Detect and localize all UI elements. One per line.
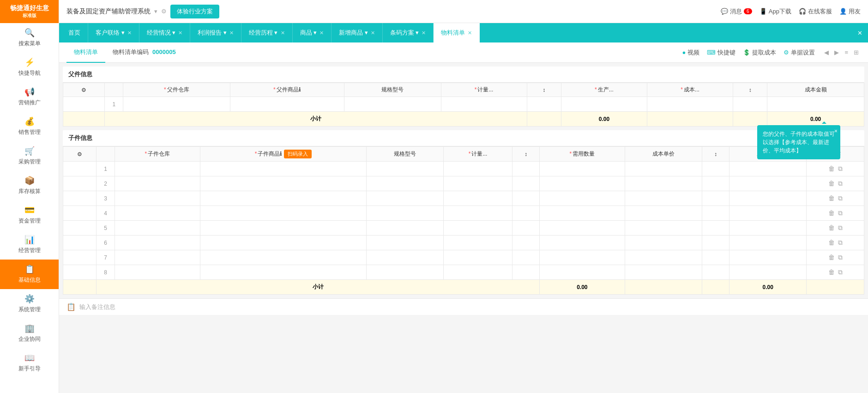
child-row-spec-3[interactable] (367, 191, 444, 206)
delete-icon-3[interactable]: 🗑 (828, 194, 835, 202)
child-row-spec-6[interactable] (367, 236, 444, 250)
delete-icon-1[interactable]: 🗑 (828, 165, 835, 172)
nav-tab-close-operations[interactable]: ✕ (178, 30, 182, 36)
child-col-settings[interactable]: ⚙ (63, 147, 96, 162)
view-action[interactable]: ● 视频 (682, 48, 700, 57)
sidebar-item-basic-info[interactable]: 📋基础信息 (0, 260, 59, 289)
child-row-warehouse-7[interactable] (115, 250, 200, 265)
sidebar-item-enterprise[interactable]: 🏢企业协同 (0, 319, 59, 348)
child-row-quantity-3[interactable] (540, 191, 625, 206)
nav-tab-new-goods[interactable]: 新增商品 ▾✕ (332, 23, 383, 42)
copy-icon-6[interactable]: ⧉ (838, 239, 843, 246)
child-row-goods-4[interactable] (200, 206, 366, 221)
scan-button[interactable]: 扫码录入 (284, 150, 312, 158)
delete-icon-6[interactable]: 🗑 (828, 239, 835, 246)
sidebar-item-guide[interactable]: 📖新手引导 (0, 348, 59, 378)
nav-tab-close-history[interactable]: ✕ (281, 30, 285, 36)
single-settings-action[interactable]: ⚙ 单据设置 (784, 48, 815, 57)
parent-col-settings[interactable]: ⚙ (63, 83, 105, 97)
tooltip-close-btn[interactable]: × (834, 127, 838, 135)
online-service-item[interactable]: 🎧 在线客服 (799, 7, 832, 16)
nav-tab-home[interactable]: 首页 (61, 23, 88, 42)
child-row-quantity-1[interactable] (540, 162, 625, 176)
parent-row-goods[interactable] (230, 97, 344, 112)
child-row-unit-3[interactable] (444, 191, 512, 206)
delete-icon-5[interactable]: 🗑 (828, 224, 835, 231)
nav-tab-close-barcode[interactable]: ✕ (422, 30, 426, 36)
sub-tab-bom-list[interactable]: 物料清单 (66, 42, 105, 63)
nav-tab-close-profit[interactable]: ✕ (229, 30, 234, 36)
child-row-goods-5[interactable] (200, 221, 366, 236)
child-row-warehouse-4[interactable] (115, 206, 200, 221)
list-view-icon[interactable]: ≡ (843, 48, 850, 57)
child-row-unit-cost-1[interactable] (625, 162, 702, 176)
sidebar-item-quick-nav[interactable]: ⚡快捷导航 (0, 53, 59, 82)
child-row-quantity-5[interactable] (540, 221, 625, 236)
nav-tab-customer[interactable]: 客户联络 ▾✕ (88, 23, 139, 42)
child-row-unit-8[interactable] (444, 265, 512, 280)
child-row-goods-1[interactable] (200, 162, 366, 176)
child-row-quantity-4[interactable] (540, 206, 625, 221)
shortcut-action[interactable]: ⌨ 快捷键 (707, 48, 735, 57)
nav-tab-close-bom[interactable]: ✕ (468, 30, 472, 36)
child-row-unit-cost-6[interactable] (625, 236, 702, 250)
child-row-spec-8[interactable] (367, 265, 444, 280)
dropdown-arrow-icon[interactable]: ▾ (154, 8, 157, 15)
child-row-warehouse-6[interactable] (115, 236, 200, 250)
copy-icon-8[interactable]: ⧉ (838, 268, 843, 276)
child-row-unit-5[interactable] (444, 221, 512, 236)
child-row-goods-2[interactable] (200, 176, 366, 191)
child-row-unit-6[interactable] (444, 236, 512, 250)
delete-icon-2[interactable]: 🗑 (828, 180, 835, 187)
copy-icon-1[interactable]: ⧉ (838, 165, 843, 172)
child-row-goods-3[interactable] (200, 191, 366, 206)
child-row-spec-2[interactable] (367, 176, 444, 191)
child-row-warehouse-2[interactable] (115, 176, 200, 191)
child-row-warehouse-1[interactable] (115, 162, 200, 176)
copy-icon-2[interactable]: ⧉ (838, 180, 843, 187)
nav-tab-goods[interactable]: 商品 ▾✕ (293, 23, 332, 42)
delete-icon-4[interactable]: 🗑 (828, 209, 835, 217)
sidebar-item-finance[interactable]: 💳资金管理 (0, 200, 59, 230)
child-row-quantity-7[interactable] (540, 250, 625, 265)
child-row-unit-7[interactable] (444, 250, 512, 265)
sidebar-item-sales[interactable]: 💰销售管理 (0, 112, 59, 141)
parent-row-cost[interactable] (647, 97, 733, 112)
nav-tab-history[interactable]: 经营历程 ▾✕ (241, 23, 293, 42)
child-row-spec-5[interactable] (367, 221, 444, 236)
next-page-icon[interactable]: ▶ (832, 48, 841, 57)
prev-page-icon[interactable]: ◀ (822, 48, 831, 57)
settings-icon[interactable]: ⚙ (161, 8, 167, 15)
child-row-spec-4[interactable] (367, 206, 444, 221)
child-row-goods-8[interactable] (200, 265, 366, 280)
extract-cost-action[interactable]: 💲 提取成本 (743, 48, 776, 57)
nav-tab-operations[interactable]: 经营情况 ▾✕ (139, 23, 191, 42)
child-row-unit-4[interactable] (444, 206, 512, 221)
grid-view-icon[interactable]: ⊞ (852, 48, 861, 57)
child-row-warehouse-3[interactable] (115, 191, 200, 206)
copy-icon-5[interactable]: ⧉ (838, 224, 843, 231)
child-row-warehouse-5[interactable] (115, 221, 200, 236)
nav-tab-close-customer[interactable]: ✕ (127, 30, 132, 36)
parent-row-warehouse[interactable] (123, 97, 230, 112)
sidebar-item-inventory[interactable]: 📦库存核算 (0, 171, 59, 200)
child-row-unit-cost-4[interactable] (625, 206, 702, 221)
app-download-item[interactable]: 📱 App下载 (760, 7, 791, 16)
sidebar-item-operations[interactable]: 📊经营管理 (0, 230, 59, 260)
note-placeholder[interactable]: 输入备注信息 (79, 303, 115, 311)
nav-tab-bom[interactable]: 物料清单✕ (434, 23, 480, 42)
nav-tab-barcode[interactable]: 条码方案 ▾✕ (383, 23, 434, 42)
child-row-quantity-2[interactable] (540, 176, 625, 191)
sidebar-item-search[interactable]: 🔍搜索菜单 (0, 23, 59, 53)
nav-tab-close-new-goods[interactable]: ✕ (371, 30, 375, 36)
sidebar-item-marketing[interactable]: 📢营销推广 (0, 82, 59, 112)
child-row-quantity-8[interactable] (540, 265, 625, 280)
child-row-quantity-6[interactable] (540, 236, 625, 250)
close-all-icon[interactable]: ✕ (854, 30, 866, 36)
copy-icon-4[interactable]: ⧉ (838, 209, 843, 217)
parent-row-spec[interactable] (344, 97, 441, 112)
parent-row-unit[interactable] (441, 97, 527, 112)
sidebar-item-purchase[interactable]: 🛒采购管理 (0, 141, 59, 171)
child-row-unit-2[interactable] (444, 176, 512, 191)
child-row-warehouse-8[interactable] (115, 265, 200, 280)
